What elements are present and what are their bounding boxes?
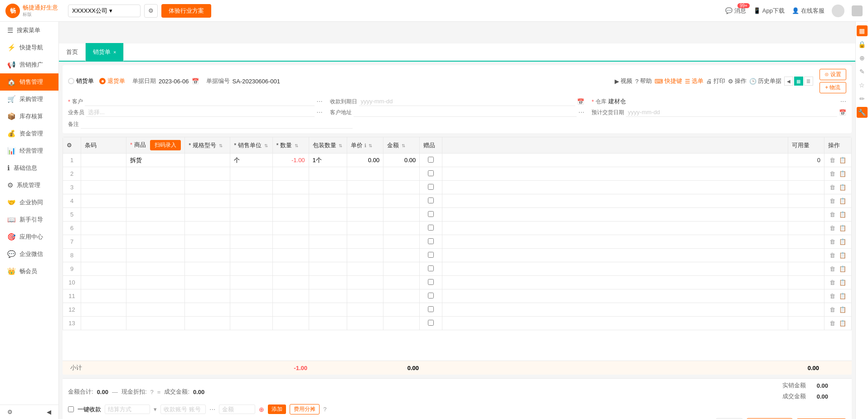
- row-barcode[interactable]: [81, 208, 126, 222]
- delete-row-button[interactable]: 🗑: [829, 237, 836, 246]
- delivery-date-calendar-icon[interactable]: 📅: [839, 109, 846, 116]
- row-gift[interactable]: [420, 303, 442, 317]
- row-pack[interactable]: [309, 289, 347, 303]
- row-unit[interactable]: [230, 317, 272, 330]
- price-sort-icon[interactable]: ⇅: [369, 143, 372, 148]
- online-service-button[interactable]: 👤 在线客服: [792, 7, 824, 15]
- sidebar-item-operation[interactable]: 📊 经营管理: [0, 142, 58, 159]
- row-price[interactable]: [347, 222, 383, 235]
- delete-row-button[interactable]: 🗑: [829, 224, 836, 232]
- sidebar-item-purchase[interactable]: 🛒 采购管理: [0, 91, 58, 108]
- sidebar-settings-icon[interactable]: ⚙: [7, 409, 13, 415]
- row-barcode[interactable]: [81, 276, 126, 289]
- tab-sales-order[interactable]: 销货单 ×: [86, 43, 124, 61]
- settlement-method-input[interactable]: [105, 405, 150, 414]
- delete-row-button[interactable]: 🗑: [829, 319, 836, 327]
- row-barcode[interactable]: [81, 167, 126, 181]
- view-btn-left[interactable]: ◀: [784, 77, 793, 86]
- row-amount[interactable]: [383, 181, 420, 194]
- settings-gear-button[interactable]: ⚙: [144, 4, 158, 18]
- sidebar-collapse-icon[interactable]: ◀: [47, 409, 51, 415]
- row-barcode[interactable]: [81, 181, 126, 194]
- row-barcode[interactable]: [81, 154, 126, 167]
- row-gift[interactable]: [420, 181, 442, 194]
- row-product[interactable]: [126, 181, 185, 194]
- sidebar-item-finance[interactable]: 💰 资金管理: [0, 125, 58, 142]
- row-qty[interactable]: [272, 276, 309, 289]
- row-gift[interactable]: [420, 208, 442, 222]
- row-pack[interactable]: [309, 194, 347, 208]
- row-gift[interactable]: [420, 317, 442, 330]
- delivery-date-input[interactable]: [626, 108, 837, 117]
- row-spec[interactable]: [185, 194, 230, 208]
- row-desc[interactable]: [442, 303, 788, 317]
- row-product[interactable]: [126, 317, 185, 330]
- row-pack[interactable]: [309, 222, 347, 235]
- row-price[interactable]: [347, 317, 383, 330]
- row-unit[interactable]: [230, 235, 272, 249]
- row-amount[interactable]: [383, 249, 420, 262]
- copy-row-button[interactable]: 📋: [838, 169, 847, 178]
- row-product[interactable]: [126, 154, 185, 167]
- delete-row-button[interactable]: 🗑: [829, 278, 836, 287]
- row-qty[interactable]: [272, 235, 309, 249]
- row-amount[interactable]: [383, 167, 420, 181]
- fee-button[interactable]: 费用分摊: [290, 404, 320, 414]
- row-barcode[interactable]: [81, 222, 126, 235]
- radio-sale-order[interactable]: 销货单: [68, 77, 94, 85]
- row-desc[interactable]: [442, 262, 788, 276]
- payment-date-calendar-icon[interactable]: 📅: [577, 98, 584, 105]
- row-unit[interactable]: [230, 276, 272, 289]
- row-spec[interactable]: [185, 289, 230, 303]
- row-amount[interactable]: [383, 303, 420, 317]
- row-product[interactable]: [126, 289, 185, 303]
- row-spec[interactable]: [185, 222, 230, 235]
- row-gift[interactable]: [420, 154, 442, 167]
- row-price[interactable]: [347, 154, 383, 167]
- row-barcode[interactable]: [81, 235, 126, 249]
- row-unit[interactable]: [230, 208, 272, 222]
- app-download-button[interactable]: 📱 App下载: [753, 7, 785, 15]
- delete-row-button[interactable]: 🗑: [829, 305, 836, 314]
- salesperson-dots[interactable]: ···: [316, 108, 322, 116]
- row-unit[interactable]: [230, 167, 272, 181]
- sidebar-item-member[interactable]: 👑 畅会员: [0, 263, 58, 280]
- row-qty[interactable]: [272, 181, 309, 194]
- row-barcode[interactable]: [81, 194, 126, 208]
- row-amount[interactable]: [383, 317, 420, 330]
- history-btn[interactable]: 🕒 历史单据: [749, 77, 781, 85]
- discount-help-icon[interactable]: ?: [150, 389, 154, 395]
- delete-row-button[interactable]: 🗑: [829, 183, 836, 192]
- remark-input[interactable]: [81, 120, 353, 129]
- row-gift[interactable]: [420, 276, 442, 289]
- copy-row-button[interactable]: 📋: [838, 292, 847, 300]
- copy-row-button[interactable]: 📋: [838, 210, 847, 219]
- row-product[interactable]: [126, 222, 185, 235]
- delete-row-button[interactable]: 🗑: [829, 292, 836, 300]
- row-qty[interactable]: [272, 194, 309, 208]
- price-info-icon[interactable]: ℹ: [364, 143, 366, 148]
- row-qty[interactable]: [272, 222, 309, 235]
- row-barcode[interactable]: [81, 303, 126, 317]
- delete-row-button[interactable]: 🗑: [829, 156, 836, 164]
- row-amount[interactable]: [383, 276, 420, 289]
- row-product[interactable]: [126, 262, 185, 276]
- bank-account-dots[interactable]: ···: [209, 405, 215, 414]
- row-amount[interactable]: [383, 222, 420, 235]
- row-amount[interactable]: [383, 154, 420, 167]
- company-selector[interactable]: XXXXXX公司 ▾: [68, 5, 141, 17]
- delete-row-button[interactable]: 🗑: [829, 251, 836, 260]
- row-unit[interactable]: [230, 181, 272, 194]
- copy-row-button[interactable]: 📋: [838, 224, 847, 232]
- row-price[interactable]: [347, 194, 383, 208]
- row-amount[interactable]: [383, 262, 420, 276]
- customer-input[interactable]: [85, 97, 315, 106]
- logistics-button[interactable]: + 物流: [820, 82, 846, 93]
- right-panel-lock-icon[interactable]: 🔒: [857, 39, 868, 50]
- sidebar-item-enterprise[interactable]: 🤝 企业协同: [0, 194, 58, 211]
- row-pack[interactable]: [309, 303, 347, 317]
- row-unit[interactable]: [230, 194, 272, 208]
- tab-close-icon[interactable]: ×: [113, 49, 116, 55]
- row-pack[interactable]: [309, 208, 347, 222]
- delete-row-button[interactable]: 🗑: [829, 197, 836, 205]
